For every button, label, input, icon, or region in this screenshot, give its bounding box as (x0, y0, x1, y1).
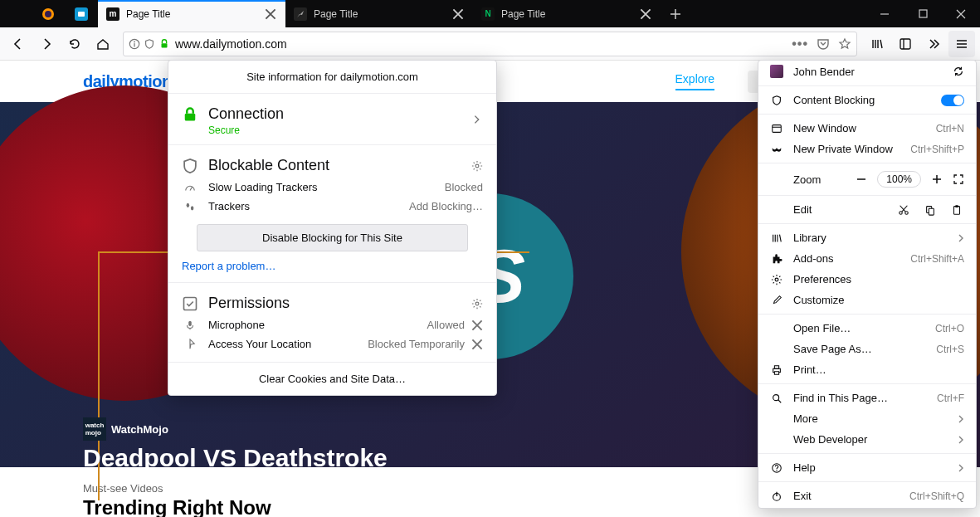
svg-rect-30 (774, 365, 778, 368)
sync-button[interactable] (953, 66, 964, 77)
svg-point-18 (475, 302, 479, 305)
menu-find[interactable]: Find in This Page… Ctrl+F (758, 388, 976, 408)
zoom-in-button[interactable] (931, 173, 943, 185)
paste-button[interactable] (951, 204, 963, 216)
overflow-button[interactable] (920, 31, 947, 57)
close-icon (956, 9, 966, 19)
new-tab-button[interactable] (661, 0, 690, 27)
menu-new-window[interactable]: New Window Ctrl+N (758, 118, 976, 139)
reload-button[interactable] (61, 31, 88, 57)
gear-icon (771, 274, 783, 285)
zoom-level[interactable]: 100% (877, 171, 921, 188)
lock-icon (182, 106, 198, 123)
menu-print[interactable]: Print… (758, 359, 976, 380)
remove-permission-button[interactable] (471, 339, 483, 350)
menu-open-file[interactable]: Open File… Ctrl+O (758, 318, 976, 339)
window-maximize-button[interactable] (904, 0, 942, 27)
clear-cookies-button[interactable]: Clear Cookies and Site Data… (168, 363, 496, 395)
permissions-settings-button[interactable] (471, 298, 483, 310)
tab-3[interactable]: N Page Title (473, 0, 661, 27)
tab-favicon (294, 7, 307, 21)
svg-line-13 (190, 187, 193, 190)
tab-favicon: N (481, 7, 495, 21)
lock-icon (158, 38, 170, 50)
disable-blocking-button[interactable]: Disable Blocking for This Site (197, 224, 468, 251)
svg-point-23 (905, 211, 909, 214)
slow-trackers-status: Blocked (445, 181, 483, 193)
svg-rect-19 (188, 320, 192, 325)
report-problem-link[interactable]: Report a problem… (182, 256, 483, 274)
titlebar: m Page Title Page Title N Page Title (0, 0, 980, 27)
puzzle-icon (771, 253, 783, 265)
zoom-out-button[interactable] (856, 173, 867, 185)
svg-point-1 (45, 11, 51, 17)
bookmark-star-icon[interactable] (838, 37, 851, 51)
firefox-home-button[interactable] (32, 0, 65, 27)
sidebar-button[interactable] (892, 31, 919, 57)
avatar (770, 65, 783, 78)
svg-rect-20 (773, 124, 782, 132)
library-button[interactable] (864, 31, 890, 57)
panel-header: Site information for dailymotion.com (168, 61, 496, 94)
fullscreen-button[interactable] (953, 173, 964, 185)
menu-preferences[interactable]: Preferences (758, 269, 976, 290)
forward-button[interactable] (33, 31, 60, 57)
cut-button[interactable] (898, 204, 909, 216)
svg-rect-4 (919, 10, 927, 17)
printer-icon (771, 364, 783, 376)
back-button[interactable] (5, 31, 32, 57)
arrow-right-icon (40, 37, 53, 51)
remove-permission-button[interactable] (471, 319, 483, 331)
blockable-settings-button[interactable] (471, 160, 483, 172)
menu-customize[interactable]: Customize (758, 290, 976, 310)
clipboard-icon (951, 204, 963, 216)
content-blocking-toggle[interactable] (941, 95, 964, 106)
channel-name[interactable]: watchmojo WatchMojo (83, 417, 388, 441)
reload-icon (68, 37, 81, 51)
menu-new-private-window[interactable]: New Private Window Ctrl+Shift+P (758, 139, 976, 159)
power-icon (771, 490, 783, 502)
library-icon (870, 37, 884, 51)
connection-section[interactable]: Connection Secure (168, 94, 496, 145)
svg-rect-27 (955, 205, 958, 207)
add-blocking-link[interactable]: Add Blocking… (409, 200, 483, 212)
menu-addons[interactable]: Add-ons Ctrl+Shift+A (758, 248, 976, 269)
window-minimize-button[interactable] (865, 0, 904, 27)
menu-more[interactable]: More (758, 408, 976, 429)
tab-2[interactable]: Page Title (285, 0, 473, 27)
page-actions-button[interactable]: ••• (792, 37, 808, 51)
menu-web-developer[interactable]: Web Developer (758, 429, 976, 450)
nav-explore[interactable]: Explore (675, 72, 714, 90)
permissions-section: Permissions Microphone Allowed Access Yo… (168, 283, 496, 363)
tab-close-button[interactable] (451, 7, 465, 21)
location-icon (184, 339, 196, 350)
mic-status: Allowed (427, 319, 465, 331)
menu-account[interactable]: John Bender (758, 61, 976, 82)
tab-favicon: m (106, 7, 119, 21)
copy-button[interactable] (924, 204, 936, 216)
permission-microphone-row: Microphone Allowed (182, 315, 483, 334)
identity-box[interactable] (129, 38, 170, 50)
hamburger-menu-button[interactable] (948, 31, 975, 57)
menu-library[interactable]: Library (758, 227, 976, 248)
url-bar[interactable]: www.dailymotion.com ••• (123, 32, 857, 56)
svg-line-33 (778, 399, 782, 402)
copy-icon (924, 204, 936, 216)
tab-close-button[interactable] (639, 7, 652, 21)
menu-exit[interactable]: Exit Ctrl+Shift+Q (758, 485, 976, 506)
chevron-right-icon (958, 463, 964, 473)
app-menu: John Bender Content Blocking New Window … (758, 60, 977, 509)
window-icon (771, 123, 783, 134)
menu-help[interactable]: Help (758, 457, 976, 478)
menu-content-blocking[interactable]: Content Blocking (758, 90, 976, 110)
tab-1[interactable]: m Page Title (98, 0, 285, 27)
menu-save-as[interactable]: Save Page As… Ctrl+S (758, 339, 976, 359)
window-close-button[interactable] (942, 0, 980, 27)
home-button[interactable] (90, 31, 116, 57)
pinned-tab[interactable] (65, 0, 98, 27)
help-icon (771, 462, 783, 474)
site-info-panel: Site information for dailymotion.com Con… (168, 60, 497, 396)
tab-close-button[interactable] (264, 7, 277, 21)
gear-icon (471, 298, 483, 310)
pocket-icon[interactable] (817, 37, 830, 51)
